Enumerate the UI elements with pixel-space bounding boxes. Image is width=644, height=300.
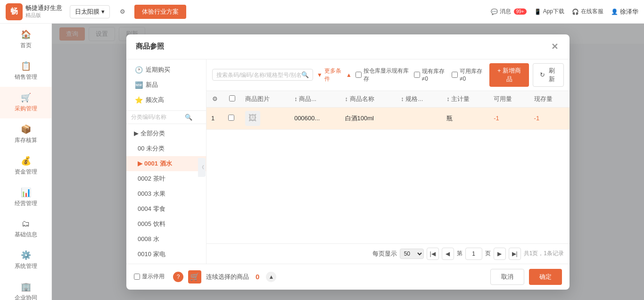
- category-all[interactable]: ▶ 全部分类: [126, 126, 206, 141]
- product-search-box: 🔍: [212, 69, 313, 81]
- current-stock-checkbox-label[interactable]: 现有库存≠0: [414, 67, 448, 82]
- sidebar-item-finance-label: 资金管理: [15, 168, 37, 176]
- basic-info-icon: 🗂: [22, 219, 30, 229]
- show-disabled-checkbox[interactable]: [134, 274, 140, 280]
- current-stock-checkbox[interactable]: [414, 72, 420, 78]
- frequent-icon: ⭐: [135, 96, 143, 104]
- column-settings-icon[interactable]: ⚙: [212, 95, 218, 102]
- more-conditions-btn[interactable]: ▼ 更多条件 ▲: [317, 67, 352, 83]
- warehouse-stock-checkbox-label[interactable]: 按仓库显示现有库存: [355, 67, 410, 83]
- row-checkbox-cell[interactable]: [223, 107, 240, 129]
- available-stock-checkbox-label[interactable]: 可用库存≠0: [452, 67, 486, 82]
- th-product-name[interactable]: ↕ 商品名称: [340, 91, 396, 108]
- settings-icon-btn[interactable]: ⚙: [115, 4, 131, 20]
- refresh-icon: ↻: [540, 71, 545, 78]
- category-0002[interactable]: 0002 茶叶: [126, 171, 206, 186]
- category-0004[interactable]: 0004 零食: [126, 201, 206, 217]
- online-service-btn[interactable]: 🎧 在线客服: [572, 8, 603, 16]
- sidebar-item-system[interactable]: ⚙️ 系统管理: [0, 244, 51, 276]
- category-all-label: 全部分类: [140, 129, 165, 138]
- sidebar-item-finance[interactable]: 💰 资金管理: [0, 150, 51, 182]
- last-page-btn[interactable]: ▶|: [509, 248, 521, 260]
- product-search-input[interactable]: [216, 72, 301, 78]
- sidebar-item-purchase[interactable]: 🛒 采购管理: [0, 87, 51, 118]
- prev-page-btn[interactable]: ◀: [442, 248, 454, 260]
- row-stock: -1: [529, 107, 570, 129]
- trial-button[interactable]: 体验行业方案: [134, 5, 186, 19]
- sidebar-item-sales[interactable]: 📋 销售管理: [0, 55, 51, 87]
- new-product-item[interactable]: 🆕 新品: [131, 78, 201, 92]
- sidebar-item-operations[interactable]: 📊 经营管理: [0, 182, 51, 213]
- category-0008-label: 0008 水: [138, 235, 159, 243]
- add-product-button[interactable]: + 新增商品: [489, 63, 529, 87]
- th-unit[interactable]: ↕ 主计量: [442, 91, 489, 108]
- table-row[interactable]: 1 🖼: [206, 107, 570, 129]
- modal-title: 商品参照: [136, 42, 164, 51]
- messages-btn[interactable]: 💬 消息 99+: [491, 8, 527, 16]
- headset-icon: 🎧: [572, 8, 579, 15]
- help-icon-btn[interactable]: ?: [173, 272, 183, 282]
- store-selector[interactable]: 日太阳膜 ▾: [70, 5, 110, 18]
- sort-icon-unit: ↕: [446, 95, 450, 102]
- sidebar-item-home[interactable]: 🏠 首页: [0, 24, 51, 55]
- row-number: 1: [211, 115, 215, 122]
- category-0003[interactable]: 0003 水果: [126, 186, 206, 201]
- first-page-btn[interactable]: |◀: [427, 248, 439, 260]
- sort-icon: ↕: [294, 95, 297, 102]
- th-settings[interactable]: ⚙: [206, 91, 223, 108]
- topbar: 畅 畅捷通好生意 精品版 日太阳膜 ▾ ⚙ 体验行业方案 💬 消息 99+ 📱 …: [0, 0, 644, 24]
- category-0008[interactable]: 0008 水: [126, 232, 206, 247]
- confirm-button[interactable]: 确定: [529, 269, 562, 285]
- recent-purchase-item[interactable]: 🕐 近期购买: [131, 63, 201, 76]
- frequent-item[interactable]: ⭐ 频次高: [131, 93, 201, 107]
- refresh-button[interactable]: ↻ 刷新: [533, 63, 564, 87]
- show-disabled-label[interactable]: 显示停用: [134, 273, 165, 281]
- available-stock-checkbox[interactable]: [452, 72, 458, 78]
- row-spec: [396, 107, 442, 129]
- select-all-checkbox[interactable]: [229, 95, 235, 101]
- category-0003-label: 0003 水果: [138, 190, 165, 198]
- category-0005[interactable]: 0005 饮料: [126, 217, 206, 232]
- per-page-select[interactable]: 50 10 20 100: [400, 249, 424, 259]
- th-checkbox[interactable]: [223, 91, 240, 108]
- product-thumbnail: 🖼: [245, 111, 260, 126]
- category-0001[interactable]: ▶ 0001 酒水: [126, 156, 206, 171]
- user-name: 徐泽华: [620, 8, 638, 16]
- filter-icon: ▼: [317, 72, 322, 78]
- cancel-button[interactable]: 取消: [490, 269, 524, 285]
- sidebar-item-corp[interactable]: 🏢 企业协同: [0, 276, 51, 300]
- category-0010[interactable]: 0010 家电: [126, 247, 206, 262]
- category-search-icon[interactable]: 🔍: [185, 114, 192, 121]
- sidebar-item-basic-info[interactable]: 🗂 基础信息: [0, 213, 51, 244]
- user-avatar[interactable]: 👤 徐泽华: [611, 8, 638, 16]
- selected-label: 连续选择的商品: [206, 273, 249, 281]
- th-spec[interactable]: ↕ 规格...: [396, 91, 442, 108]
- product-search-icon[interactable]: 🔍: [301, 71, 309, 78]
- expand-btn[interactable]: ▲: [266, 272, 276, 282]
- finance-icon: 💰: [21, 156, 31, 166]
- category-0010-label: 0010 家电: [138, 250, 165, 258]
- image-icon: 🖼: [248, 113, 257, 123]
- recent-icon: 🕐: [135, 66, 143, 74]
- category-search-input[interactable]: [131, 114, 183, 120]
- category-00[interactable]: 00 未分类: [126, 141, 206, 156]
- left-panel-collapse-btn[interactable]: 《: [198, 158, 206, 177]
- next-page-btn[interactable]: ▶: [494, 248, 506, 260]
- modal-close-button[interactable]: ✕: [549, 41, 560, 52]
- total-info: 共1页，1条记录: [524, 250, 564, 258]
- right-panel: 🔍 ▼ 更多条件 ▲ 按仓库显示现有库存: [206, 59, 570, 264]
- filter-bar: 🔍 ▼ 更多条件 ▲ 按仓库显示现有库存: [206, 59, 570, 91]
- th-product-code[interactable]: ↕ 商品...: [289, 91, 340, 108]
- warehouse-stock-checkbox[interactable]: [355, 72, 362, 78]
- app-download-btn[interactable]: 📱 App下载: [534, 8, 564, 16]
- cart-icon-btn[interactable]: 🛒: [188, 270, 201, 283]
- page-label: 第: [457, 250, 462, 258]
- th-product-img: 商品图片: [240, 91, 289, 108]
- operations-icon: 📊: [21, 187, 31, 198]
- row-checkbox[interactable]: [228, 115, 234, 121]
- page-number-input[interactable]: [465, 248, 482, 260]
- new-icon: 🆕: [135, 81, 143, 89]
- messages-badge: 99+: [514, 8, 527, 15]
- sidebar: 🏠 首页 📋 销售管理 🛒 采购管理 📦 库存核算 💰 资金管理 📊 经营管理 …: [0, 24, 52, 300]
- sidebar-item-inventory[interactable]: 📦 库存核算: [0, 118, 51, 150]
